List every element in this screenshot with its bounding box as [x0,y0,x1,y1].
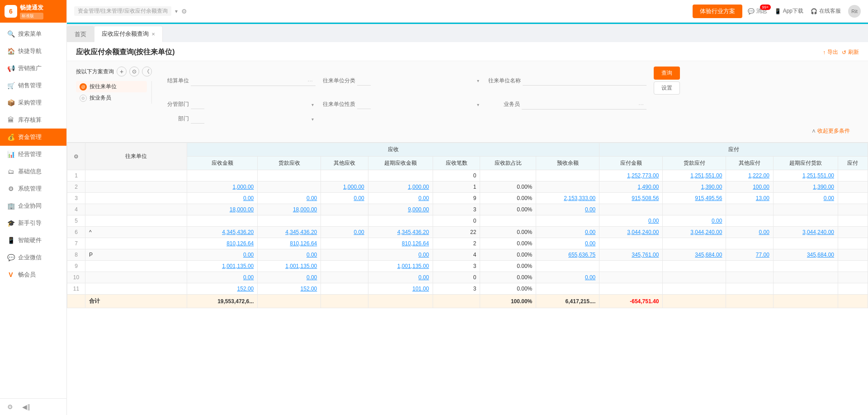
cell-ar_overdue[interactable]: 9,000.00 [368,204,433,215]
cell-ar_amount[interactable]: 0.00 [187,193,258,204]
ap_overdue-link[interactable]: 0.00 [824,195,834,201]
cell-ar_advance[interactable]: 0.00 [536,272,599,283]
cell-ap_overdue[interactable]: 1,251,551.00 [773,170,838,181]
ap_other-link[interactable]: 77.00 [756,252,769,258]
sidebar-item-hardware[interactable]: 📱 智能硬件 [0,232,66,249]
ar_goods-link[interactable]: 18,000.00 [293,206,317,213]
cell-ar_overdue[interactable]: 0.00 [368,272,433,283]
collapse-more-button[interactable]: ∧ 收起更多条件 [157,125,859,137]
cell-ap_amount[interactable]: 345,761.00 [599,249,663,261]
cell-ar_other[interactable]: 0.00 [321,193,368,204]
cell-ar_advance[interactable]: 0.00 [536,227,599,238]
cell-ar_goods[interactable]: 810,126.64 [258,238,321,249]
user-avatar[interactable]: Rit [848,5,861,18]
tab-home[interactable]: 首页 [67,26,94,42]
cell-ar_advance[interactable]: 0.00 [536,204,599,215]
sidebar-item-basic-info[interactable]: 🗂 基础信息 [0,163,66,180]
ar_advance-link[interactable]: 0.00 [585,229,595,235]
ap_goods-link[interactable]: 1,390.00 [701,184,722,190]
sidebar-item-member[interactable]: V 畅会员 [0,266,66,283]
ar_amount-link[interactable]: 810,126.64 [226,240,254,247]
ar_goods-link[interactable]: 0.00 [307,252,317,258]
cell-ap_goods[interactable]: 915,495.56 [663,193,726,204]
online-service-button[interactable]: 🎧 在线客服 [811,7,841,15]
ap_amount-link[interactable]: 1,252,773.00 [627,172,659,179]
sidebar-item-guide[interactable]: 🎓 新手引导 [0,215,66,232]
cell-ap_goods[interactable]: 1,390.00 [663,181,726,193]
industry-plan-button[interactable]: 体验行业方案 [693,5,742,18]
cell-ar_amount[interactable]: 0.00 [187,272,258,283]
query-button[interactable]: 查询 [654,67,680,80]
ap_goods-link[interactable]: 1,251,551.00 [690,172,722,179]
cell-ap_overdue[interactable]: 345,684.00 [773,249,838,261]
ar_goods-link[interactable]: 152.00 [301,286,317,292]
ar_amount-link[interactable]: 0.00 [243,274,254,281]
cell-ap_amount[interactable]: 3,044,240.00 [599,227,663,238]
salesperson-input[interactable] [522,99,646,110]
message-button[interactable]: 💬 消息 99+ [748,7,767,15]
cell-ap_goods[interactable]: 345,684.00 [663,249,726,261]
ap_other-link[interactable]: 0.00 [759,229,769,235]
cell-ar_goods[interactable]: 18,000.00 [258,204,321,215]
cell-ar_amount[interactable]: 152.00 [187,283,258,295]
sidebar-item-inventory[interactable]: 🏛 库存核算 [0,111,66,129]
ar_advance-link[interactable]: 0.00 [585,274,595,281]
cell-ar_overdue[interactable]: 4,345,436.20 [368,227,433,238]
filter-collapse-button[interactable]: 《 [142,67,152,76]
partner-nature-select[interactable] [357,100,371,109]
ar_advance-link[interactable]: 2,153,333.00 [564,195,595,201]
ar_amount-link[interactable]: 1,001,135.00 [222,263,254,269]
ar_amount-link[interactable]: 0.00 [243,195,254,201]
cell-ar_amount[interactable]: 1,000.00 [187,181,258,193]
filter-option-partner[interactable]: @ 按往来单位 [76,81,147,92]
dept-manager-select[interactable] [191,100,204,109]
cell-ap_other[interactable]: 100.00 [726,181,774,193]
ap_amount-link[interactable]: 915,508.56 [632,195,659,201]
ap_goods-link[interactable]: 915,495.56 [695,195,722,201]
ap_overdue-link[interactable]: 3,044,240.00 [802,229,834,235]
ar_overdue-link[interactable]: 101.00 [412,286,429,292]
filter-add-button[interactable]: + [117,67,127,76]
cell-ar_goods[interactable]: 0.00 [258,272,321,283]
refresh-button[interactable]: ↺ 刷新 [842,48,859,56]
collapse-icon[interactable]: ◀‖ [22,403,30,410]
breadcrumb-dropdown[interactable]: ▾ [175,8,178,14]
ap_other-link[interactable]: 13.00 [756,195,769,201]
cell-ap_goods[interactable]: 3,044,240.00 [663,227,726,238]
cell-ap_amount[interactable]: 0.00 [599,215,663,227]
ap_goods-link[interactable]: 0.00 [712,218,722,224]
cell-ar_other[interactable]: 1,000.00 [321,181,368,193]
cell-ap_amount[interactable]: 915,508.56 [599,193,663,204]
cell-ar_advance[interactable]: 0.00 [536,238,599,249]
cell-ar_goods[interactable]: 152.00 [258,283,321,295]
sidebar-item-marketing[interactable]: 📢 营销推广 [0,60,66,77]
ap_goods-link[interactable]: 345,684.00 [695,252,722,258]
ap_amount-link[interactable]: 345,761.00 [632,252,659,258]
cell-ar_amount[interactable]: 4,345,436.20 [187,227,258,238]
sidebar-item-system[interactable]: ⚙ 系统管理 [0,180,66,197]
ar_amount-link[interactable]: 4,345,436.20 [222,229,254,235]
cell-ap_other[interactable]: 77.00 [726,249,774,261]
dept-select[interactable] [191,114,204,124]
sidebar-item-search[interactable]: 🔍 搜索菜单 [0,25,66,43]
cell-ar_overdue[interactable]: 0.00 [368,249,433,261]
partner-name-input[interactable] [523,76,646,86]
ar_amount-link[interactable]: 0.00 [243,252,254,258]
ar_amount-link[interactable]: 152.00 [237,286,254,292]
export-button[interactable]: ↑ 导出 [823,48,838,56]
cell-ap_amount[interactable]: 1,490.00 [599,181,663,193]
cell-ap_overdue[interactable]: 1,390.00 [773,181,838,193]
app-download-button[interactable]: 📱 App下载 [774,7,803,15]
ap_amount-link[interactable]: 0.00 [648,218,659,224]
sidebar-item-finance[interactable]: 💰 资金管理 [0,129,66,146]
ar_other-link[interactable]: 0.00 [354,195,364,201]
ar_overdue-link[interactable]: 0.00 [419,274,429,281]
ar_amount-link[interactable]: 18,000.00 [230,206,254,213]
cell-ap_goods[interactable]: 1,251,551.00 [663,170,726,181]
settings-gear-icon[interactable]: ⚙ [181,8,187,15]
ap_amount-link[interactable]: 3,044,240.00 [627,229,659,235]
tab-close-icon[interactable]: ✕ [151,32,155,37]
cell-ar_goods[interactable]: 0.00 [258,193,321,204]
sidebar-item-quick-nav[interactable]: 🏠 快捷导航 [0,43,66,60]
ar_goods-link[interactable]: 4,345,436.20 [285,229,317,235]
